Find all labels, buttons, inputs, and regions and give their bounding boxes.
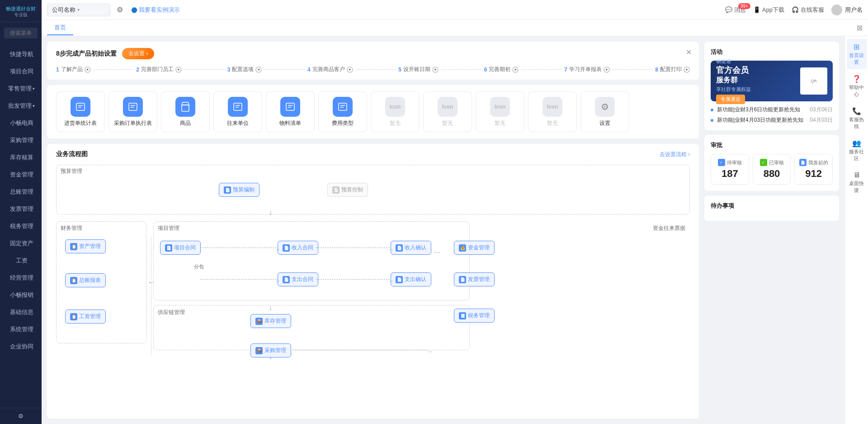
sidebar-item-invoice[interactable]: 发票管理 [0,200,42,218]
bom-icon [280,97,300,117]
vertical-connector [151,237,151,355]
sidebar-item-project[interactable]: 项目合同 [0,63,42,80]
sidebar-item-tax[interactable]: 税务管理 [0,218,42,235]
sidebar-item-system[interactable]: 系统管理 [0,321,42,338]
connector-expense [316,279,390,280]
flow-node-purchase[interactable]: 📦 采购管理 [250,343,291,357]
icon-item-goods[interactable]: 商品 [161,91,210,132]
icon-label: 采购订单执行表 [114,119,152,127]
arrow-down-2: ↓ [269,303,273,312]
goods-icon [175,97,195,117]
doc-icon: 📋 [70,277,77,284]
icon-label: 商品 [180,119,191,127]
far-right-home-settings[interactable]: ⊞ 首页设置 [847,39,867,69]
flow-node-asset[interactable]: 📋 资产管理 [65,239,106,253]
todo-title: 待办事项 [711,202,833,210]
flow-node-budget-make[interactable]: 📄 预算编制 [219,183,259,197]
app-download-button[interactable]: 📱 App下载 [753,6,784,14]
step-1: 1 了解产品 ● [56,66,91,73]
far-right-help[interactable]: ❓ 帮助中心 [847,71,867,101]
demo-link[interactable]: 我要看实例演示 [131,6,180,14]
flow-node-tax[interactable]: 🧾 税务管理 [454,309,495,323]
far-right-hotline[interactable]: 📞 客服热线 [847,103,867,133]
arrow-right-icon-2: → [275,278,280,284]
icon-item-partner[interactable]: 往来单位 [213,91,262,132]
sidebar-item-inventory[interactable]: 库存核算 [0,149,42,166]
connector-line [200,248,277,248]
banner-text-1: 畅捷通 [716,58,751,65]
flow-node-expense-contract[interactable]: 📄 支出合同 [278,272,318,286]
step-circle-icon: ● [175,67,182,73]
approval-approved[interactable]: ✓ 已审核 880 [753,154,791,185]
svg-rect-10 [286,103,294,110]
flow-card: 业务流程图 去设置流程 › 预算管理 📄 预算编制 📄 预算控制 [47,144,699,419]
sidebar-item-purchase[interactable]: 采购管理 [0,132,42,149]
icon-item-expense-type[interactable]: 费用类型 [318,91,367,132]
flow-node-ledger[interactable]: 📋 总账报表 [65,273,106,287]
activity-title: 活动 [711,48,833,56]
tab-home[interactable]: 首页 [47,21,73,35]
flow-node-project-contract[interactable]: 📄 项目合同 [160,241,201,255]
icon-item-bom[interactable]: 物料清单 [266,91,315,132]
news-item-1[interactable]: 新功能|业财3月6日功能更新抢先知 03月06日 [711,106,833,114]
svg-rect-0 [76,103,85,110]
username: 用户名 [845,6,863,14]
project-section-bg [153,221,470,300]
far-right-community[interactable]: 👥 服务社区 [847,135,867,166]
news-item-2[interactable]: 新功能|业财4月03日功能更新抢先知 04月03日 [711,116,833,124]
sidebar-settings-button[interactable]: ⚙ [0,408,42,424]
flow-node-salary[interactable]: 📋 工资管理 [65,310,106,324]
sidebar-item-capital[interactable]: 资金管理 [0,166,42,183]
message-button[interactable]: 💬 消息 99+ [725,6,746,14]
sidebar-item-quicknav[interactable]: 快捷导航 [0,46,42,63]
flow-node-invoice-mgmt[interactable]: 📄 发票管理 [454,272,495,286]
icon-item-purchase-order[interactable]: 采购订单执行表 [108,91,157,132]
sidebar-item-retail[interactable]: 零售管理 ▾ [0,80,42,97]
app-icon: 📱 [753,6,760,13]
sidebar-item-ops[interactable]: 经营管理 [0,269,42,286]
gear-icon[interactable]: ⚙ [117,5,123,14]
approval-pending[interactable]: ✓ 待审核 187 [711,154,749,185]
search-input[interactable] [4,28,38,38]
step-circle-icon: ● [255,67,262,73]
company-selector[interactable]: 公司名称 ▾ [47,4,110,16]
sidebar-item-wholesale[interactable]: 批发管理 ▾ [0,97,42,114]
sidebar-item-expense[interactable]: 小畅报销 [0,286,42,304]
flow-node-capital-mgmt[interactable]: 💰 资金管理 [454,241,495,255]
arrow-dots-icon: ··· [434,248,441,257]
close-icon[interactable]: ✕ [686,48,692,57]
step-circle-icon: ● [432,67,439,73]
sidebar-item-collab[interactable]: 企业协同 [0,338,42,355]
flow-settings-link[interactable]: 去设置流程 › [660,151,690,158]
arrow-down-icon: ↓ [269,208,273,217]
flow-node-expense-confirm[interactable]: 📄 支出确认 [391,272,431,286]
sidebar-item-ledger[interactable]: 总账管理 [0,183,42,200]
service-button[interactable]: 🎧 在线客服 [792,6,824,14]
approval-mine[interactable]: 📄 我发起的 912 [794,154,833,185]
flow-node-income-contract[interactable]: 📄 收入合同 [278,241,318,255]
flow-node-warehouse[interactable]: 📦 库存管理 [250,314,291,328]
icon-item-settings[interactable]: ⚙ 设置 [580,91,629,132]
flow-node-budget-control[interactable]: 📄 预算控制 [327,183,368,197]
icon-item-purchase-stats[interactable]: 进货单统计表 [56,91,105,132]
sidebar-item-salary[interactable]: 工资 [0,252,42,269]
icon-item-placeholder-1[interactable]: Icon 暂无 [371,91,420,132]
sidebar-item-ecommerce[interactable]: 小畅电商 [0,114,42,132]
flow-node-income-confirm[interactable]: 📄 收入确认 [391,241,431,255]
icon-label: 物料清单 [279,119,301,127]
expand-icon[interactable]: ⊠ [857,24,863,32]
approval-title: 审批 [711,141,833,149]
icon-item-placeholder-3[interactable]: Icon 暂无 [476,91,524,132]
sidebar-item-assets[interactable]: 固定资产 [0,235,42,252]
flow-header: 业务流程图 去设置流程 › [56,150,690,158]
doc-done-icon: ✓ [760,159,767,166]
connector-purchase [293,350,429,350]
banner-btn[interactable]: 专属通道 [716,95,745,104]
goto-settings-button[interactable]: 去设置 › [122,48,154,59]
icon-item-placeholder-4[interactable]: Icon 暂无 [528,91,577,132]
banner-right: QR [800,67,827,95]
icon-item-placeholder-2[interactable]: Icon 暂无 [423,91,472,132]
user-menu[interactable]: 用户名 [831,5,863,15]
far-right-desktop[interactable]: 🖥 桌面快捷 [847,167,867,197]
sidebar-item-basic[interactable]: 基础信息 [0,304,42,321]
